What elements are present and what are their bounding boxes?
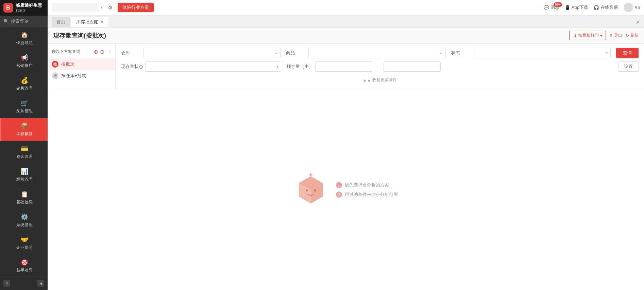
status-select-wrapper: ▾ [474,48,611,58]
headset-icon: 🎧 [594,5,599,10]
sidebar-search[interactable]: 🔍 搜索菜单 [0,16,48,27]
sidebar-item-enterprise[interactable]: 🤝 企业协同 [0,232,48,255]
collapse-plan-icon[interactable]: 《 [106,49,111,55]
sidebar-item-guide[interactable]: 🎯 新手引导 [0,255,48,276]
scroll-up-btn[interactable]: ⚙ [3,280,10,287]
plan-panel: 按以下方案查询 ⊕ ⊙ 《 按 按批次 按 [48,44,116,89]
sidebar: B 畅康通好生意 标准版 🔍 搜索菜单 🏠 快捷导航 📢 营销推广 💰 销售管理… [0,0,48,290]
plan-panel-label: 按以下方案查询 [52,49,80,55]
refresh-btn-label: 刷新 [630,33,639,38]
username-label: Rit [634,5,640,10]
status-select[interactable] [474,48,611,58]
topbar-gear-btn[interactable]: ⚙ [105,3,115,12]
topbar: ▾ ⚙ 体验行业方案 💬 消息 99+ 📱 App下载 🎧 在线客服 Rit [48,0,644,15]
product-label: 商品 [286,50,306,56]
brand-text: 畅康通好生意 标准版 [16,3,42,13]
inventory-status-select-wrapper: ▾ [145,61,281,72]
sidebar-nav: 🏠 快捷导航 📢 营销推广 💰 销售管理 🛒 采购管理 📦 库存核算 💳 资金管… [0,27,48,276]
tab-close-all-icon[interactable]: ✕ [635,19,640,25]
purchase-icon: 🛒 [21,99,28,107]
tab-close-icon[interactable]: ✕ [100,20,104,24]
product-input[interactable] [308,48,445,58]
sidebar-item-purchase[interactable]: 🛒 采购管理 [0,95,48,118]
qty-min-input[interactable] [315,61,372,72]
print-btn[interactable]: 🖨 按模板打印 ▾ [569,31,606,40]
tab-home[interactable]: 首页 [52,17,70,27]
online-service-label: 在线客服 [600,4,618,11]
app-download-btn[interactable]: 📱 App下载 [565,4,588,11]
page-header-actions: 🖨 按模板打印 ▾ ⬆ 导出 ↻ 刷新 [569,31,639,40]
plan-item-batch[interactable]: 按 按批次 [48,58,115,70]
empty-state: 1 请先选择要分析的方案 2 用过滤条件来缩小分析范围 [48,89,644,290]
app-download-label: App下载 [572,4,588,11]
sidebar-item-sales[interactable]: 💰 销售管理 [0,73,48,95]
query-btn[interactable]: 查询 [616,48,639,58]
svg-rect-7 [310,174,311,176]
inventory-icon: 📦 [21,122,28,130]
sidebar-item-quick-nav[interactable]: 🏠 快捷导航 [0,27,48,50]
sidebar-item-inventory[interactable]: 📦 库存核算 [0,118,48,141]
tab-inventory-batch[interactable]: 库存批次账 ✕ [71,17,108,27]
warehouse-input-wrapper: ··· [143,48,281,58]
plan-panel-header: 按以下方案查询 ⊕ ⊙ 《 [48,47,115,56]
user-avatar-area[interactable]: Rit [624,3,640,12]
sidebar-footer: ⚙ ◀ [0,276,48,290]
filter-row-1: 仓库 ··· 商品 ··· 状态 [121,48,639,58]
sidebar-item-label: 库存核算 [16,131,33,137]
warehouse-input[interactable] [143,48,281,58]
filter-area: 按以下方案查询 ⊕ ⊙ 《 按 按批次 按 [48,44,644,89]
qty-label: 现存量（主） [287,64,313,70]
sidebar-item-system[interactable]: ⚙️ 系统管理 [0,209,48,232]
filter-form: 仓库 ··· 商品 ··· 状态 [116,44,644,89]
topbar-search-input[interactable] [52,3,99,12]
sidebar-item-operations[interactable]: 📊 经营管理 [0,164,48,186]
sidebar-item-base[interactable]: 📋 基础信息 [0,186,48,209]
main-content: ▾ ⚙ 体验行业方案 💬 消息 99+ 📱 App下载 🎧 在线客服 Rit [48,0,644,290]
status-label: 状态 [451,50,472,56]
inventory-status-select[interactable] [145,61,281,72]
tip-text-1: 请先选择要分析的方案 [345,182,389,188]
trial-btn[interactable]: 体验行业方案 [118,3,154,12]
plan-item-warehouse-batch[interactable]: 按 按仓库+批次 [48,70,115,81]
refresh-btn[interactable]: ↻ 刷新 [626,33,639,38]
page-content: 现存量查询(按批次) 🖨 按模板打印 ▾ ⬆ 导出 ↻ 刷新 [48,28,644,290]
online-service-btn[interactable]: 🎧 在线客服 [594,4,618,11]
product-input-wrapper: ··· [308,48,445,58]
collapse-label: 收起更多条件 [372,77,397,83]
qty-field: 现存量（主） — [287,61,447,72]
empty-tip-1: 1 请先选择要分析的方案 [336,182,398,188]
svg-point-5 [314,189,316,192]
export-btn-label: 导出 [614,33,622,38]
export-btn[interactable]: ⬆ 导出 [609,33,622,38]
tip-num-2: 2 [336,192,342,198]
settings-btn[interactable]: 设置 [618,61,639,72]
inventory-status-field: 现存量状态 ▾ [121,61,281,72]
base-icon: 📋 [21,191,28,198]
sidebar-item-label: 快捷导航 [16,40,33,46]
topbar-left: ▾ ⚙ 体验行业方案 [52,3,541,12]
messages-btn[interactable]: 💬 消息 99+ [544,4,559,11]
sidebar-header: B 畅康通好生意 标准版 [0,0,48,16]
sales-icon: 💰 [21,77,28,84]
export-icon: ⬆ [609,33,613,38]
app-logo: B [3,3,13,13]
sidebar-item-label: 采购管理 [16,108,33,114]
filter-row-2: 现存量状态 ▾ 现存量（主） — [121,61,639,72]
empty-icon [294,173,328,207]
product-more-icon[interactable]: ··· [440,51,444,56]
sidebar-item-marketing[interactable]: 📢 营销推广 [0,50,48,73]
sidebar-item-label: 新手引导 [16,268,33,273]
scroll-down-btn[interactable]: ◀ [37,280,44,287]
print-btn-label: 按模板打印 [578,33,599,38]
add-plan-icon[interactable]: ⊕ [94,49,98,55]
collapse-btn[interactable]: ▲▲ 收起更多条件 [121,75,639,85]
settings-plan-icon[interactable]: ⊙ [100,49,104,55]
phone-icon: 📱 [565,5,570,10]
status-field: 状态 ▾ [451,48,611,58]
tab-inventory-batch-label: 库存批次账 [76,19,98,25]
qty-max-input[interactable] [384,61,441,72]
sidebar-item-finance[interactable]: 💳 资金管理 [0,141,48,164]
topbar-chevron-icon[interactable]: ▾ [101,5,103,10]
warehouse-more-icon[interactable]: ··· [275,51,278,56]
operations-icon: 📊 [21,168,28,175]
